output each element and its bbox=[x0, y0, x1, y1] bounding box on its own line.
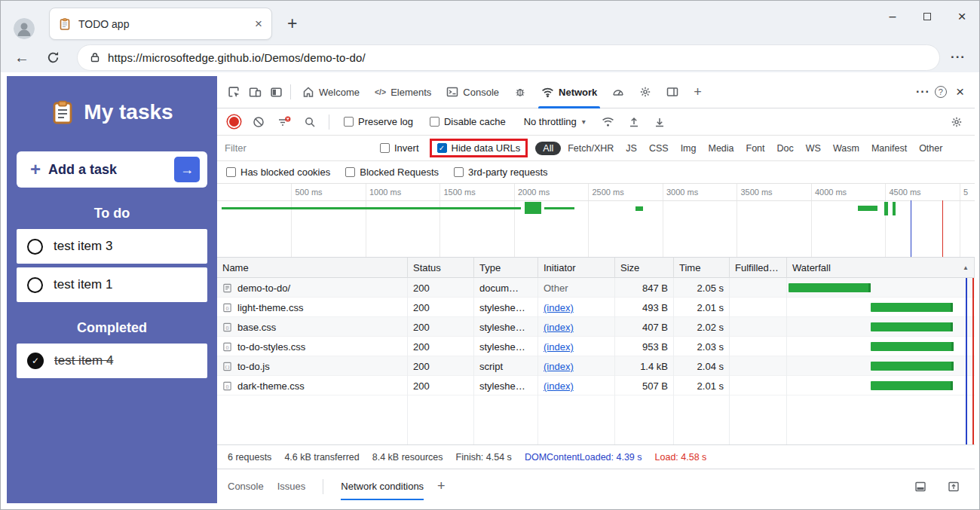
filter-input[interactable] bbox=[225, 142, 374, 154]
inspect-element-icon[interactable] bbox=[223, 81, 244, 102]
blocked-requests-checkbox[interactable]: Blocked Requests bbox=[345, 166, 439, 178]
column-header-size[interactable]: Size bbox=[615, 258, 674, 278]
drawer-tab-issues[interactable]: Issues bbox=[277, 469, 306, 504]
checkbox-icon[interactable] bbox=[345, 167, 355, 177]
tab-elements[interactable]: </> Elements bbox=[367, 76, 439, 108]
checkbox-icon[interactable] bbox=[430, 117, 439, 127]
column-header-waterfall[interactable]: Waterfall▲ bbox=[787, 258, 975, 278]
table-row[interactable]: {}base.css 200 styleshe… (index) 407 B 2… bbox=[217, 317, 975, 337]
checkbox-icon[interactable] bbox=[344, 117, 354, 127]
filter-chip-media[interactable]: Media bbox=[703, 142, 739, 155]
table-row[interactable]: {}light-theme.css 200 styleshe… (index) … bbox=[217, 298, 975, 317]
more-tools-button[interactable]: + bbox=[686, 76, 709, 108]
completed-item[interactable]: ✓ test item 4 bbox=[17, 344, 207, 378]
export-har-icon[interactable] bbox=[649, 111, 670, 133]
request-initiator-link[interactable]: (index) bbox=[544, 302, 574, 313]
expand-drawer-icon[interactable] bbox=[943, 476, 964, 497]
browser-menu-button[interactable]: ··· bbox=[951, 50, 966, 65]
filter-chip-ws[interactable]: WS bbox=[801, 142, 826, 155]
filter-chip-manifest[interactable]: Manifest bbox=[866, 142, 912, 155]
request-initiator-link[interactable]: (index) bbox=[544, 322, 574, 333]
record-button[interactable] bbox=[229, 117, 239, 127]
address-bar[interactable]: https://microsoftedge.github.io/Demos/de… bbox=[77, 44, 940, 71]
table-row[interactable]: demo-to-do/ 200 docum… Other 847 B 2.05 … bbox=[217, 278, 975, 298]
filter-chip-doc[interactable]: Doc bbox=[772, 142, 799, 155]
device-toolbar-icon[interactable] bbox=[244, 81, 265, 102]
request-initiator-link[interactable]: (index) bbox=[544, 380, 574, 392]
checked-circle-icon[interactable]: ✓ bbox=[27, 353, 44, 369]
disable-cache-checkbox[interactable]: Disable cache bbox=[430, 116, 506, 127]
column-header-status[interactable]: Status bbox=[408, 258, 474, 278]
table-row[interactable]: ( )to-do.js 200 script (index) 1.4 kB 2.… bbox=[217, 356, 975, 376]
unchecked-circle-icon[interactable] bbox=[27, 239, 43, 255]
window-close-button[interactable]: × bbox=[945, 1, 979, 32]
table-row[interactable]: {}dark-theme.css 200 styleshe… (index) 5… bbox=[217, 376, 975, 395]
column-header-time[interactable]: Time bbox=[674, 258, 730, 278]
drawer-tab-network-conditions[interactable]: Network conditions bbox=[341, 469, 424, 504]
filter-chip-css[interactable]: CSS bbox=[644, 142, 674, 155]
filter-icon[interactable] bbox=[274, 111, 295, 133]
devtools-tabbar: Welcome </> Elements Console Network bbox=[217, 76, 975, 108]
maximize-button[interactable] bbox=[910, 1, 945, 32]
todo-item-label: test item 1 bbox=[54, 277, 112, 292]
todo-item[interactable]: test item 1 bbox=[17, 267, 207, 302]
browser-tab[interactable]: TODO app × bbox=[49, 8, 272, 40]
overview-activity-segment bbox=[884, 202, 888, 215]
devtools-close-icon[interactable]: × bbox=[951, 84, 969, 100]
blocked-cookies-checkbox[interactable]: Has blocked cookies bbox=[226, 166, 330, 178]
throttling-dropdown[interactable]: No throttling ▾ bbox=[524, 116, 586, 127]
filter-chip-js[interactable]: JS bbox=[620, 142, 642, 155]
filter-chip-font[interactable]: Font bbox=[741, 142, 770, 155]
tab-close-icon[interactable]: × bbox=[255, 17, 262, 30]
filter-chip-other[interactable]: Other bbox=[914, 142, 948, 155]
filter-chip-all[interactable]: All bbox=[535, 142, 561, 155]
preserve-log-checkbox[interactable]: Preserve log bbox=[344, 116, 413, 127]
checked-checkbox-icon[interactable]: ✓ bbox=[437, 143, 447, 153]
back-button[interactable]: ← bbox=[14, 50, 29, 65]
third-party-checkbox[interactable]: 3rd-party requests bbox=[454, 166, 548, 178]
network-conditions-icon[interactable] bbox=[598, 111, 619, 133]
column-header-name[interactable]: Name bbox=[217, 258, 408, 278]
request-initiator-link[interactable]: (index) bbox=[544, 341, 574, 353]
tab-debugger[interactable] bbox=[507, 76, 534, 108]
tab-settings-gear[interactable] bbox=[632, 76, 659, 108]
submit-task-button[interactable]: → bbox=[174, 157, 200, 182]
focus-mode-icon[interactable] bbox=[265, 81, 286, 102]
minimize-button[interactable]: – bbox=[875, 1, 910, 32]
unchecked-circle-icon[interactable] bbox=[27, 277, 43, 293]
filter-chip-img[interactable]: Img bbox=[675, 142, 702, 155]
tab-welcome[interactable]: Welcome bbox=[295, 76, 367, 108]
drawer-tab-console[interactable]: Console bbox=[228, 469, 264, 504]
column-header-initiator[interactable]: Initiator bbox=[538, 258, 615, 278]
profile-avatar[interactable] bbox=[14, 18, 35, 39]
checkbox-icon[interactable] bbox=[454, 167, 464, 177]
filter-chip-wasm[interactable]: Wasm bbox=[828, 142, 865, 155]
request-initiator-link[interactable]: (index) bbox=[544, 361, 574, 372]
refresh-button[interactable] bbox=[46, 50, 60, 65]
tab-network[interactable]: Network bbox=[534, 76, 605, 108]
hide-data-urls-checkbox[interactable]: ✓ Hide data URLs bbox=[430, 139, 528, 157]
dock-drawer-icon[interactable] bbox=[910, 476, 931, 497]
search-icon[interactable] bbox=[299, 111, 320, 133]
checkbox-icon[interactable] bbox=[380, 143, 390, 153]
todo-item[interactable]: test item 3 bbox=[17, 229, 207, 264]
overview-activity-segment bbox=[635, 206, 643, 211]
tab-performance[interactable] bbox=[605, 76, 632, 108]
import-har-icon[interactable] bbox=[623, 111, 645, 133]
invert-checkbox[interactable]: Invert bbox=[380, 142, 419, 154]
network-overview-timeline[interactable]: 500 ms 1000 ms 1500 ms 2000 ms 2500 ms 3… bbox=[217, 184, 975, 258]
checkbox-icon[interactable] bbox=[226, 167, 236, 177]
tab-layout-panel[interactable] bbox=[659, 76, 686, 108]
help-icon[interactable]: ? bbox=[935, 86, 947, 98]
network-settings-gear-icon[interactable] bbox=[946, 111, 967, 133]
column-header-fulfilled[interactable]: Fulfilled… bbox=[730, 258, 787, 278]
devtools-more-icon[interactable]: ··· bbox=[916, 85, 930, 99]
table-row[interactable]: {}to-do-styles.css 200 styleshe… (index)… bbox=[217, 337, 975, 356]
tab-console[interactable]: Console bbox=[439, 76, 507, 108]
add-drawer-tab-button[interactable]: + bbox=[437, 478, 446, 494]
add-task-button[interactable]: + Add a task → bbox=[17, 151, 207, 188]
new-tab-button[interactable]: + bbox=[287, 14, 297, 34]
column-header-type[interactable]: Type bbox=[474, 258, 538, 278]
filter-chip-fetch-xhr[interactable]: Fetch/XHR bbox=[562, 142, 619, 155]
clear-icon[interactable] bbox=[248, 111, 269, 133]
